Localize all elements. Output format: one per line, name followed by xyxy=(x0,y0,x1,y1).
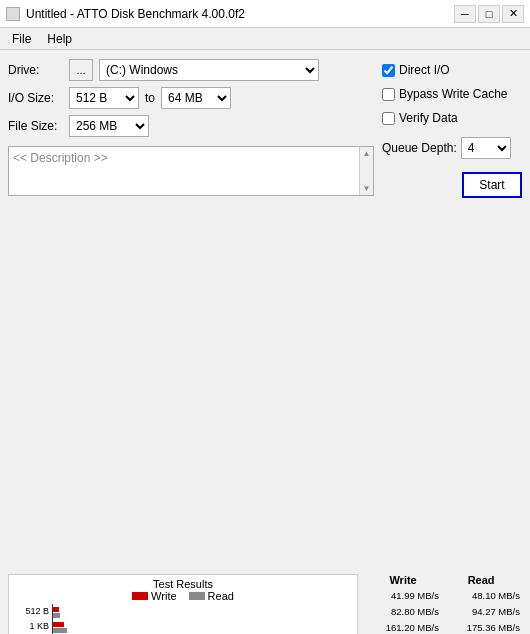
chart-title: Test Results xyxy=(12,578,354,590)
minimize-button[interactable]: ─ xyxy=(454,5,476,23)
direct-io-label[interactable]: Direct I/O xyxy=(399,63,450,77)
bars-area xyxy=(52,604,354,634)
read-header: Read xyxy=(468,574,495,586)
scroll-down[interactable]: ▼ xyxy=(361,182,373,195)
y-axis: 512 B 1 KB 2 KB 4 KB 8 KB 16 KB 32 KB 64… xyxy=(12,604,52,634)
io-size-select[interactable]: 512 B xyxy=(69,87,139,109)
read-legend-color xyxy=(189,592,205,600)
window-title: Untitled - ATTO Disk Benchmark 4.00.0f2 xyxy=(26,7,245,21)
write-result: 161.20 MB/s xyxy=(364,622,439,634)
io-size-label: I/O Size: xyxy=(8,91,63,105)
verify-data-label[interactable]: Verify Data xyxy=(399,111,458,125)
read-result: 48.10 MB/s xyxy=(445,590,520,602)
write-result: 82.80 MB/s xyxy=(364,606,439,618)
maximize-button[interactable]: □ xyxy=(478,5,500,23)
verify-data-checkbox[interactable] xyxy=(382,112,395,125)
menu-file[interactable]: File xyxy=(4,30,39,48)
menu-bar: File Help xyxy=(0,28,530,50)
write-bar xyxy=(53,622,64,627)
app-icon xyxy=(6,7,20,21)
read-result: 94.27 MB/s xyxy=(445,606,520,618)
read-result: 175.36 MB/s xyxy=(445,622,520,634)
bypass-write-cache-label[interactable]: Bypass Write Cache xyxy=(399,87,508,101)
write-result: 41.99 MB/s xyxy=(364,590,439,602)
bypass-write-cache-checkbox[interactable] xyxy=(382,88,395,101)
file-size-label: File Size: xyxy=(8,119,63,133)
start-button[interactable]: Start xyxy=(462,172,522,198)
menu-help[interactable]: Help xyxy=(39,30,80,48)
direct-io-checkbox[interactable] xyxy=(382,64,395,77)
read-legend-label: Read xyxy=(208,590,234,602)
drive-label: Drive: xyxy=(8,63,63,77)
write-legend-color xyxy=(132,592,148,600)
file-size-select[interactable]: 256 MB xyxy=(69,115,149,137)
description-text: << Description >> xyxy=(13,151,108,165)
queue-depth-label: Queue Depth: xyxy=(382,141,457,155)
queue-depth-select[interactable]: 4 xyxy=(461,137,511,159)
drive-select[interactable]: (C:) Windows xyxy=(99,59,319,81)
read-bar xyxy=(53,613,60,618)
browse-button[interactable]: ... xyxy=(69,59,93,81)
bar-pair xyxy=(53,620,354,634)
to-size-select[interactable]: 64 MB xyxy=(161,87,231,109)
title-bar: Untitled - ATTO Disk Benchmark 4.00.0f2 … xyxy=(0,0,530,28)
close-button[interactable]: ✕ xyxy=(502,5,524,23)
scroll-up[interactable]: ▲ xyxy=(361,147,373,160)
write-header: Write xyxy=(389,574,416,586)
bar-pair xyxy=(53,605,354,620)
results-table: Write Read 41.99 MB/s82.80 MB/s161.20 MB… xyxy=(362,574,522,634)
write-legend-label: Write xyxy=(151,590,176,602)
read-bar xyxy=(53,628,67,633)
description-box: << Description >> ▲ ▼ xyxy=(8,146,374,196)
to-label: to xyxy=(145,91,155,105)
write-bar xyxy=(53,607,59,612)
